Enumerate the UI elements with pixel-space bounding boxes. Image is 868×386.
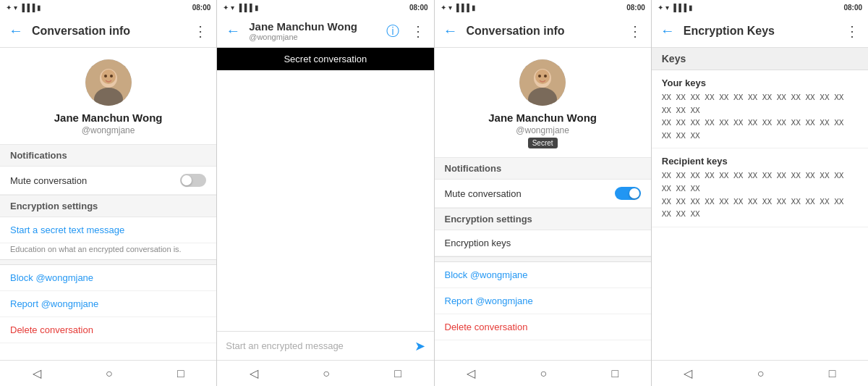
status-icons-1: ✦ ▾ ▐▐▐ ▮ bbox=[6, 4, 41, 12]
your-keys-value: XX XX XX XX XX XX XX XX XX XX XX XX XX X… bbox=[652, 90, 868, 148]
start-secret-link[interactable]: Start a secret text message bbox=[0, 217, 216, 243]
encryption-keys-link[interactable]: Encryption keys bbox=[435, 230, 651, 256]
delete-conversation-1[interactable]: Delete conversation bbox=[0, 317, 216, 343]
start-secret-label: Start a secret text message bbox=[10, 225, 206, 235]
keys-header: Keys bbox=[652, 48, 868, 70]
secret-banner: Secret conversation bbox=[217, 48, 433, 70]
secret-badge-3: Secret bbox=[528, 138, 558, 148]
back-nav-4[interactable]: ◁ bbox=[684, 366, 692, 380]
nav-bar-1: ◁ ○ □ bbox=[0, 360, 216, 386]
signal-icon-4: ▐▐▐ bbox=[671, 4, 686, 12]
back-button-1[interactable]: ← bbox=[6, 20, 26, 42]
signal-icon: ▐▐▐ bbox=[20, 4, 35, 12]
input-bar: Start an encrypted message ➤ bbox=[217, 331, 433, 360]
mute-label-3: Mute conversation bbox=[445, 188, 615, 199]
signal-icon-2: ▐▐▐ bbox=[237, 4, 252, 12]
back-button-4[interactable]: ← bbox=[658, 20, 678, 42]
profile-area-3: Jane Manchun Wong @wongmjane Secret bbox=[435, 48, 651, 157]
more-button-2[interactable]: ⋮ bbox=[408, 20, 428, 43]
wifi-icon-2: ▾ bbox=[231, 4, 234, 12]
send-button[interactable]: ➤ bbox=[414, 338, 425, 354]
battery-icon: ▮ bbox=[37, 4, 41, 12]
app-bar-2: ← Jane Manchun Wong @wongmjane ⓘ ⋮ bbox=[217, 14, 433, 48]
svg-point-4 bbox=[104, 75, 107, 77]
title-block-2: Jane Manchun Wong @wongmjane bbox=[249, 20, 377, 41]
wifi-icon-4: ▾ bbox=[665, 4, 669, 12]
recents-nav-1[interactable]: □ bbox=[177, 367, 184, 380]
encryption-header-3: Encryption settings bbox=[435, 208, 651, 230]
recents-nav-2[interactable]: □ bbox=[394, 367, 401, 380]
bluetooth-icon-4: ✦ bbox=[658, 4, 663, 12]
status-bar-1: ✦ ▾ ▐▐▐ ▮ 08:00 bbox=[0, 0, 216, 14]
battery-icon-2: ▮ bbox=[255, 4, 259, 12]
bluetooth-icon: ✦ bbox=[6, 4, 12, 12]
divider-3 bbox=[435, 256, 651, 262]
recents-nav-3[interactable]: □ bbox=[611, 367, 618, 380]
status-bar-2: ✦ ▾ ▐▐▐ ▮ 08:00 bbox=[217, 0, 433, 14]
delete-label-3: Delete conversation bbox=[445, 322, 641, 332]
svg-point-10 bbox=[538, 75, 541, 77]
svg-point-11 bbox=[544, 75, 547, 77]
nav-bar-4: ◁ ○ □ bbox=[652, 360, 868, 386]
screen2-subtitle: @wongmjane bbox=[249, 33, 377, 41]
more-button-3[interactable]: ⋮ bbox=[625, 20, 645, 43]
notifications-header-1: Notifications bbox=[0, 144, 216, 167]
mute-toggle-1[interactable] bbox=[180, 174, 206, 187]
back-nav-2[interactable]: ◁ bbox=[250, 366, 258, 380]
recents-nav-4[interactable]: □ bbox=[829, 367, 836, 380]
report-user-3[interactable]: Report @wongmjane bbox=[435, 288, 651, 314]
your-keys-label: Your keys bbox=[652, 70, 868, 90]
report-label-1: Report @wongmjane bbox=[10, 298, 206, 309]
mute-conversation-3: Mute conversation bbox=[435, 180, 651, 208]
wifi-icon: ▾ bbox=[14, 4, 17, 12]
screen2-title: Jane Manchun Wong bbox=[249, 20, 377, 33]
block-user-3[interactable]: Block @wongmjane bbox=[435, 262, 651, 288]
more-button-1[interactable]: ⋮ bbox=[190, 20, 210, 43]
info-button-2[interactable]: ⓘ bbox=[383, 20, 402, 43]
report-user-1[interactable]: Report @wongmjane bbox=[0, 291, 216, 317]
mute-toggle-3[interactable] bbox=[615, 187, 641, 200]
more-button-4[interactable]: ⋮ bbox=[842, 20, 862, 43]
encryption-keys-label: Encryption keys bbox=[445, 238, 641, 248]
screens-container: ✦ ▾ ▐▐▐ ▮ 08:00 ← Conversation info ⋮ bbox=[0, 0, 868, 386]
avatar-image-3 bbox=[519, 59, 566, 106]
recipient-keys-value: XX XX XX XX XX XX XX XX XX XX XX XX XX X… bbox=[652, 168, 868, 227]
nav-bar-3: ◁ ○ □ bbox=[435, 360, 651, 386]
status-icons-4: ✦ ▾ ▐▐▐ ▮ bbox=[658, 4, 693, 12]
screen4-title: Encryption Keys bbox=[684, 25, 836, 38]
status-time-1: 08:00 bbox=[192, 4, 211, 12]
battery-icon-4: ▮ bbox=[689, 4, 693, 12]
profile-name-3: Jane Manchun Wong bbox=[488, 112, 597, 124]
back-button-2[interactable]: ← bbox=[223, 20, 243, 42]
block-label-1: Block @wongmjane bbox=[10, 272, 206, 283]
mute-label-1: Mute conversation bbox=[10, 175, 180, 186]
report-label-3: Report @wongmjane bbox=[445, 295, 641, 306]
delete-conversation-3[interactable]: Delete conversation bbox=[435, 314, 651, 340]
app-bar-3: ← Conversation info ⋮ bbox=[435, 14, 651, 48]
block-user-1[interactable]: Block @wongmjane bbox=[0, 265, 216, 291]
block-label-3: Block @wongmjane bbox=[445, 269, 641, 280]
divider-1 bbox=[0, 259, 216, 265]
home-nav-2[interactable]: ○ bbox=[323, 367, 330, 380]
battery-icon-3: ▮ bbox=[472, 4, 476, 12]
screen-4: ✦ ▾ ▐▐▐ ▮ 08:00 ← Encryption Keys ⋮ Keys… bbox=[652, 0, 868, 386]
back-button-3[interactable]: ← bbox=[441, 20, 461, 42]
status-time-3: 08:00 bbox=[626, 4, 645, 12]
home-nav-4[interactable]: ○ bbox=[757, 367, 765, 380]
screen2-content bbox=[217, 70, 433, 331]
status-time-4: 08:00 bbox=[843, 4, 862, 12]
status-icons-3: ✦ ▾ ▐▐▐ ▮ bbox=[441, 4, 476, 12]
svg-point-5 bbox=[110, 75, 113, 77]
avatar-1 bbox=[85, 59, 132, 106]
back-nav-3[interactable]: ◁ bbox=[467, 366, 475, 380]
avatar-3 bbox=[519, 59, 566, 106]
mute-conversation-1: Mute conversation bbox=[0, 167, 216, 195]
home-nav-3[interactable]: ○ bbox=[540, 367, 547, 380]
home-nav-1[interactable]: ○ bbox=[106, 367, 113, 380]
profile-area-1: Jane Manchun Wong @wongmjane bbox=[0, 48, 216, 144]
bluetooth-icon-2: ✦ bbox=[223, 4, 229, 12]
back-nav-1[interactable]: ◁ bbox=[33, 366, 41, 380]
status-time-2: 08:00 bbox=[409, 4, 428, 12]
profile-handle-1: @wongmjane bbox=[82, 125, 135, 135]
screen-3: ✦ ▾ ▐▐▐ ▮ 08:00 ← Conversation info ⋮ bbox=[435, 0, 652, 386]
